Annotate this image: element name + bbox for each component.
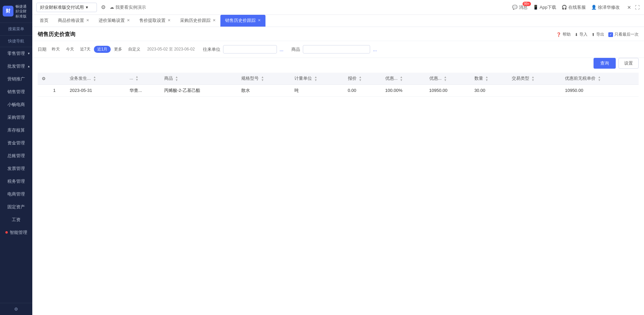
page-actions: ❓ 帮助 ⬇ 导入 ⬆ 导出 ✓ 只看最后一次: [556, 32, 639, 37]
app-download-button[interactable]: 📱 App下载: [533, 4, 556, 10]
sidebar-quicknav[interactable]: 快捷导航: [0, 36, 32, 47]
import-button[interactable]: ⬇ 导入: [575, 32, 587, 37]
col-unit[interactable]: 计量单位 ▲▼: [291, 73, 344, 84]
sidebar-item-sales[interactable]: 销售管理: [0, 85, 32, 98]
product-filter-group: 商品 ...: [291, 45, 377, 54]
date-range: 2023-05-02 至 2023-06-02: [147, 46, 194, 52]
checkbox-icon: ✓: [608, 32, 613, 37]
date-opt-custom[interactable]: 自定义: [126, 46, 143, 53]
table-row[interactable]: 1 2023-05-31 华查... 丙烯酸-2-乙基己酯 散水 吨 0.00 …: [38, 84, 639, 96]
query-button[interactable]: 查询: [594, 58, 616, 69]
sidebar-item-invoice[interactable]: 发票管理: [0, 162, 32, 175]
sidebar-item-ecommerce[interactable]: 电商管理: [0, 188, 32, 201]
col-settings[interactable]: ⚙: [38, 73, 50, 84]
cell-more: 华查...: [126, 84, 161, 96]
sidebar-item-wholesale[interactable]: 批发管理: [0, 60, 32, 73]
sidebar-item-finance[interactable]: 资金管理: [0, 137, 32, 149]
sidebar-item-assets[interactable]: 固定资产: [0, 201, 32, 213]
sidebar-search[interactable]: 搜索菜单: [0, 23, 32, 36]
sidebar-item-tax[interactable]: 税务管理: [0, 175, 32, 188]
col-discount2[interactable]: 优惠... ▲▼: [426, 73, 471, 84]
sort-icon-qty: ▲▼: [485, 76, 488, 82]
product-selector[interactable]: 好业财标准版交付试用 ▾: [36, 3, 97, 12]
cloud-icon: ☁: [110, 5, 114, 10]
product-label: 商品: [291, 46, 300, 53]
date-opt-last1m[interactable]: 近1月: [94, 46, 111, 53]
tab-sales-hist-label: 销售历史价跟踪: [225, 18, 256, 24]
sort-icon-discount2: ▲▼: [444, 76, 447, 82]
tab-purchase-hist-close[interactable]: ✕: [213, 18, 216, 23]
col-pretax-price[interactable]: 优惠前无税单价 ▲▼: [562, 73, 639, 84]
cell-settings: [38, 84, 50, 96]
tab-strategy-label: 进价策略设置: [99, 18, 125, 24]
help-button[interactable]: ❓ 帮助: [556, 32, 571, 37]
sort-icon-discount1: ▲▼: [400, 76, 403, 82]
date-opt-yesterday[interactable]: 昨天: [49, 46, 63, 53]
page-header: 销售历史价查询 ❓ 帮助 ⬇ 导入 ⬆ 导出 ✓ 只看最后一次: [32, 27, 644, 41]
table-header-row: ⚙ 业务发生... ▲▼ ... ▲▼ 商品 ▲▼: [38, 73, 639, 84]
col-more[interactable]: ... ▲▼: [126, 73, 161, 84]
only-last-checkbox[interactable]: ✓ 只看最后一次: [608, 32, 639, 37]
sidebar-item-marketing[interactable]: 营销推广: [0, 73, 32, 85]
col-no: [50, 73, 66, 84]
settings-button[interactable]: 设置: [618, 58, 639, 69]
sidebar-item-inventory[interactable]: 库存核算: [0, 124, 32, 137]
maximize-window-button[interactable]: ⛶: [635, 5, 640, 10]
cell-product: 丙烯酸-2-乙基己酯: [161, 84, 238, 96]
sidebar-settings[interactable]: ⚙: [0, 303, 32, 315]
online-service-button[interactable]: 🎧 在线客服: [562, 4, 586, 10]
tab-extract[interactable]: 售价提取设置 ✕: [135, 15, 175, 27]
main-content: 好业财标准版交付试用 ▾ ⚙ ☁ 我要看实例演示 💬 消息 99+ 📱 App下…: [32, 0, 644, 315]
col-trans-type[interactable]: 交易类型 ▲▼: [508, 73, 562, 84]
chevron-down-icon: ▾: [86, 5, 88, 10]
user-menu[interactable]: 👤 徐泽华修改: [591, 4, 620, 10]
sidebar-item-payroll[interactable]: 工资: [0, 213, 32, 226]
tab-home-label: 首页: [40, 18, 48, 24]
source-more-btn[interactable]: ...: [280, 47, 284, 52]
date-filter-group: 日期 昨天 今天 近7天 近1月 更多 自定义 2023-05-02 至 202…: [38, 46, 195, 53]
date-opt-today[interactable]: 今天: [63, 46, 77, 53]
sort-icon-product: ▲▼: [175, 76, 178, 82]
tab-extract-label: 售价提取设置: [139, 18, 166, 24]
tab-purchase-hist[interactable]: 采购历史价跟踪 ✕: [175, 15, 220, 27]
sort-icon-more: ▲▼: [135, 75, 138, 81]
col-spec[interactable]: 规格型号 ▲▼: [238, 73, 291, 84]
date-opt-last7[interactable]: 近7天: [77, 46, 93, 53]
date-opt-more[interactable]: 更多: [111, 46, 125, 53]
product-input[interactable]: [303, 45, 370, 54]
col-product[interactable]: 商品 ▲▼: [161, 73, 238, 84]
cell-discount1: 100.00%: [382, 84, 426, 96]
message-button[interactable]: 💬 消息 99+: [512, 4, 528, 10]
tab-extract-close[interactable]: ✕: [168, 18, 171, 23]
sidebar-item-ledger[interactable]: 总账管理: [0, 149, 32, 162]
action-row: 查询 设置: [32, 58, 644, 73]
col-discount1[interactable]: 优惠... ▲▼: [382, 73, 426, 84]
sidebar-item-purchase[interactable]: 采购管理: [0, 111, 32, 124]
topbar-settings-icon[interactable]: ⚙: [101, 4, 106, 10]
col-date[interactable]: 业务发生... ▲▼: [66, 73, 126, 84]
date-label: 日期: [38, 46, 46, 53]
tab-strategy[interactable]: 进价策略设置 ✕: [94, 15, 135, 27]
sidebar-item-retail[interactable]: 零售管理: [0, 47, 32, 60]
source-input[interactable]: [223, 45, 277, 54]
col-qty[interactable]: 数量 ▲▼: [471, 73, 508, 84]
table-wrap: ⚙ 业务发生... ▲▼ ... ▲▼ 商品 ▲▼: [32, 73, 644, 315]
tab-sales-hist[interactable]: 销售历史价跟踪 ✕: [220, 15, 265, 27]
message-icon: 💬: [512, 5, 517, 10]
tab-home[interactable]: 首页: [35, 15, 53, 27]
demo-link[interactable]: ☁ 我要看实例演示: [110, 4, 146, 10]
sidebar-item-ecommerce-small[interactable]: 小畅电商: [0, 98, 32, 111]
cell-trans-type: [508, 84, 562, 96]
col-price[interactable]: 报价 ▲▼: [345, 73, 382, 84]
filter-bar: 日期 昨天 今天 近7天 近1月 更多 自定义 2023-05-02 至 202…: [32, 41, 644, 58]
phone-icon: 📱: [533, 5, 538, 10]
tab-price-close[interactable]: ✕: [86, 18, 89, 23]
tab-strategy-close[interactable]: ✕: [127, 18, 130, 23]
tab-price[interactable]: 商品价格设置 ✕: [53, 15, 94, 27]
export-button[interactable]: ⬆ 导出: [592, 32, 604, 37]
close-window-button[interactable]: ✕: [627, 5, 632, 10]
sidebar-item-smart[interactable]: 智能管理: [0, 226, 32, 239]
tab-sales-hist-close[interactable]: ✕: [258, 18, 261, 23]
data-table: ⚙ 业务发生... ▲▼ ... ▲▼ 商品 ▲▼: [38, 73, 639, 97]
product-more-btn[interactable]: ...: [373, 47, 377, 52]
